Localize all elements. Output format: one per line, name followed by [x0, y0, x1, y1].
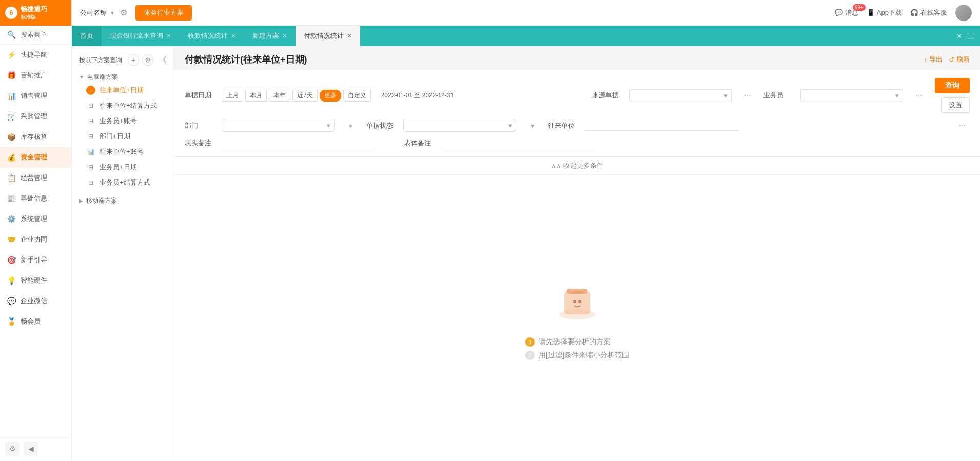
sidebar-item-quick-nav[interactable]: ⚡ 快捷导航 — [0, 45, 71, 65]
scheme-item-unit-payment[interactable]: ⊟ 往来单位+结算方式 — [72, 98, 174, 113]
scheme-group-mobile-label[interactable]: ▶ 移动端方案 — [72, 194, 174, 206]
source-select-wrap — [629, 89, 732, 102]
sidebar-item-sales[interactable]: 📊 销售管理 — [0, 86, 71, 106]
tab-payments[interactable]: 付款情况统计 ✕ — [296, 26, 360, 46]
date-buttons: 上月 本月 本年 近7天 更多 自定义 — [222, 90, 371, 102]
filter-collapse-btn[interactable]: ∧∧ 收起更多条件 — [551, 161, 603, 170]
voucher-status-select[interactable] — [403, 119, 516, 132]
sidebar-item-basic-info[interactable]: 📰 基础信息 — [0, 188, 71, 209]
scheme-group-mobile-text: 移动端方案 — [86, 196, 117, 205]
voucher-status-chevron[interactable]: ▾ — [524, 122, 540, 130]
scheme-item-staff-account-icon: ⊟ — [86, 116, 95, 126]
page-actions: ↑ 导出 ↺ 刷新 — [924, 55, 970, 64]
filter-row-3: 表头备注 表体备注 — [185, 138, 970, 148]
dept-chevron[interactable]: ▾ — [343, 122, 358, 130]
date-btn-7days[interactable]: 近7天 — [292, 90, 318, 102]
window-btns: ✕ ⛶ — [950, 32, 980, 40]
sidebar-search[interactable]: 🔍 搜索菜单 — [0, 26, 71, 45]
sidebar-header: 6 畅捷通巧 标准版 — [0, 0, 71, 26]
scheme-item-unit-date[interactable]: ○ 往来单位+日期 — [72, 83, 174, 98]
source-select[interactable] — [629, 89, 732, 102]
export-btn[interactable]: ↑ 导出 — [924, 55, 943, 64]
filter-row-1: 单据日期 上月 本月 本年 近7天 更多 自定义 2022-01-01 至 20… — [185, 78, 970, 113]
tab-payments-close[interactable]: ✕ — [347, 32, 352, 39]
scheme-collapse-btn[interactable]: 《 — [159, 55, 167, 66]
sidebar-settings-btn[interactable]: ⚙ — [5, 442, 19, 456]
topbar-message[interactable]: 💬 消息 99+ — [835, 8, 858, 17]
user-avatar[interactable] — [955, 5, 972, 21]
export-label: 导出 — [929, 55, 943, 64]
scheme-item-staff-payment-icon: ⊟ — [86, 178, 95, 187]
scheme-item-dept-date[interactable]: ⊟ 部门+日期 — [72, 129, 174, 144]
sidebar-item-label: 资金管理 — [21, 153, 47, 162]
scheme-add-btn[interactable]: + — [128, 54, 139, 66]
filter-collapse: ∧∧ 收起更多条件 — [174, 157, 980, 175]
query-actions: 查询 设置 — [935, 78, 970, 113]
scheme-group-desktop-label[interactable]: ▼ 电脑端方案 — [72, 71, 174, 83]
tab-payments-label: 付款情况统计 — [304, 31, 344, 41]
sidebar-item-guide[interactable]: 🎯 新手引导 — [0, 250, 71, 270]
sidebar: 6 畅捷通巧 标准版 🔍 搜索菜单 ⚡ 快捷导航 🎁 营销推广 📊 销售管理 🛒… — [0, 0, 72, 461]
settings-btn[interactable]: 设置 — [941, 97, 970, 113]
wechat-icon: 💬 — [6, 296, 16, 306]
sidebar-item-finance[interactable]: 💰 资金管理 — [0, 147, 71, 168]
date-btn-custom[interactable]: 自定义 — [343, 90, 371, 102]
scheme-item-staff-payment[interactable]: ⊟ 业务员+结算方式 — [72, 175, 174, 190]
tab-receipts[interactable]: 收款情况统计 ✕ — [180, 26, 244, 46]
service-label: 在线客服 — [920, 8, 947, 17]
collapse-up-icon: ∧∧ — [551, 162, 561, 170]
collapse-icon: ◀ — [28, 445, 34, 453]
dept-select[interactable] — [222, 119, 335, 132]
tab-home[interactable]: 首页 — [72, 26, 102, 46]
tab-cashflow[interactable]: 现金银行流水查询 ✕ — [102, 26, 180, 46]
sidebar-item-wechat[interactable]: 💬 企业微信 — [0, 291, 71, 311]
partner-ellipsis[interactable]: ··· — [954, 121, 970, 130]
table-body-note-input[interactable] — [441, 138, 595, 148]
table-body-note-label: 表体备注 — [404, 138, 433, 148]
topbar-app-download[interactable]: 📱 App下载 — [867, 8, 902, 17]
scheme-settings-btn[interactable]: ⚙ — [142, 54, 153, 66]
sidebar-item-label: 基础信息 — [21, 194, 47, 203]
sidebar-item-cooperation[interactable]: 🤝 企业协同 — [0, 229, 71, 250]
company-dropdown-icon[interactable]: ▾ — [111, 9, 114, 16]
sales-ellipsis[interactable]: ··· — [911, 91, 927, 100]
table-header-note-input[interactable] — [222, 138, 376, 148]
tab-cashflow-close[interactable]: ✕ — [166, 32, 171, 39]
scheme-group-desktop: ▼ 电脑端方案 ○ 往来单位+日期 ⊟ 往来单位+结算方式 ⊟ 业务员+账号 ⊟ — [72, 69, 174, 192]
sidebar-item-operations[interactable]: 📋 经营管理 — [0, 168, 71, 188]
date-btn-this-year[interactable]: 本年 — [269, 90, 290, 102]
empty-state-icon — [552, 276, 603, 327]
date-btn-more[interactable]: 更多 — [320, 90, 341, 102]
sidebar-item-hardware[interactable]: 💡 智能硬件 — [0, 270, 71, 291]
tip-2-text: 用[过滤]条件来缩小分析范围 — [539, 351, 629, 360]
tip-1-text: 请先选择要分析的方案 — [539, 337, 611, 347]
topbar-gear-icon[interactable]: ⚙ — [120, 8, 127, 17]
trial-btn[interactable]: 体验行业方案 — [135, 5, 192, 21]
scheme-item-unit-payment-label: 往来单位+结算方式 — [100, 101, 157, 110]
sidebar-item-inventory[interactable]: 📦 库存核算 — [0, 127, 71, 147]
window-expand-icon[interactable]: ⛶ — [967, 32, 974, 40]
sidebar-item-label: 经营管理 — [21, 173, 47, 183]
topbar-online-service[interactable]: 🎧 在线客服 — [910, 8, 947, 17]
sidebar-item-label: 畅会员 — [21, 317, 41, 326]
partner-input[interactable] — [585, 121, 739, 131]
scheme-item-staff-account[interactable]: ⊟ 业务员+账号 — [72, 113, 174, 129]
refresh-btn[interactable]: ↺ 刷新 — [949, 55, 970, 64]
tab-new-scheme-close[interactable]: ✕ — [282, 32, 287, 39]
window-close-icon[interactable]: ✕ — [956, 32, 962, 40]
tab-new-scheme[interactable]: 新建方案 ✕ — [244, 26, 296, 46]
scheme-item-staff-date[interactable]: ⊟ 业务员+日期 — [72, 159, 174, 175]
sidebar-collapse-btn[interactable]: ◀ — [24, 442, 38, 456]
scheme-item-unit-account[interactable]: 📊 往来单位+账号 — [72, 144, 174, 159]
sidebar-item-marketing[interactable]: 🎁 营销推广 — [0, 65, 71, 86]
date-btn-this-month[interactable]: 本月 — [245, 90, 267, 102]
sales-select[interactable] — [800, 89, 903, 102]
query-btn[interactable]: 查询 — [935, 78, 970, 93]
sidebar-item-purchase[interactable]: 🛒 采购管理 — [0, 106, 71, 127]
tab-receipts-close[interactable]: ✕ — [231, 32, 236, 39]
message-badge: 99+ — [853, 4, 866, 11]
date-btn-last-month[interactable]: 上月 — [222, 90, 243, 102]
source-ellipsis[interactable]: ··· — [740, 91, 755, 100]
sidebar-item-member[interactable]: 🏅 畅会员 — [0, 311, 71, 332]
sidebar-item-system[interactable]: ⚙️ 系统管理 — [0, 209, 71, 229]
